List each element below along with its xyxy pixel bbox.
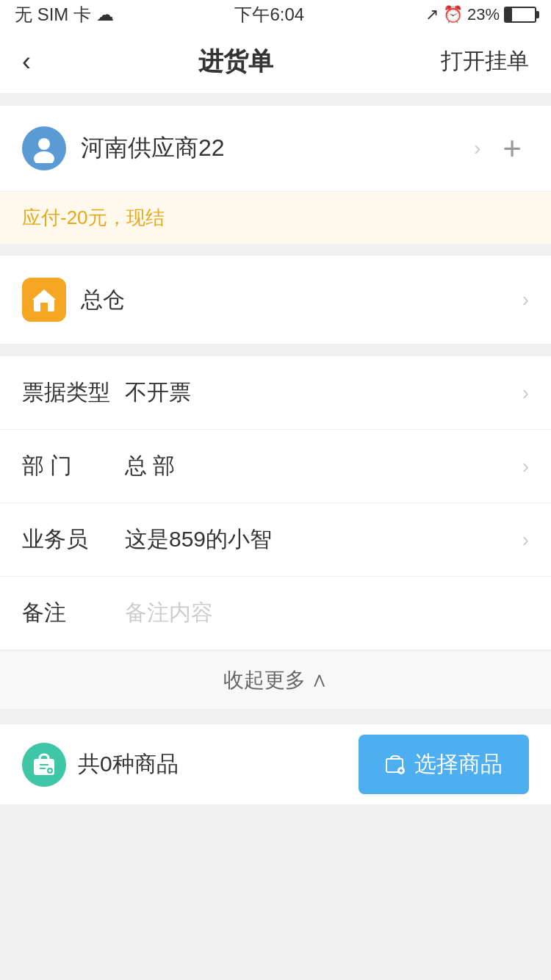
collapse-bar[interactable]: 收起更多 ∧ (0, 650, 551, 709)
supplier-avatar (22, 126, 66, 170)
department-label: 部 门 (22, 451, 125, 481)
user-icon (29, 134, 59, 163)
collapse-label: 收起更多 ∧ (223, 666, 328, 694)
select-product-button[interactable]: 选择商品 (359, 735, 529, 794)
status-bar: 无 SIM 卡 ☁ 下午6:04 ↗ ⏰ 23% (0, 0, 551, 29)
invoice-chevron-icon: › (522, 381, 529, 405)
battery-label: 23% (467, 5, 500, 24)
nav-bar: ‹ 进货单 打开挂单 (0, 29, 551, 94)
sim-label: 无 SIM 卡 ☁ (15, 3, 114, 26)
department-chevron-icon: › (522, 455, 529, 478)
alarm-icon: ⏰ (443, 5, 463, 24)
notice-bar: 应付-20元，现结 (0, 192, 551, 244)
form-row-department[interactable]: 部 门 总 部 › (0, 430, 551, 503)
remark-value: 备注内容 (125, 598, 529, 628)
form-row-invoice[interactable]: 票据类型 不开票 › (0, 356, 551, 430)
svg-rect-4 (40, 303, 48, 311)
product-count: 共0种商品 (78, 749, 179, 779)
open-pending-button[interactable]: 打开挂单 (441, 46, 529, 76)
invoice-type-label: 票据类型 (22, 378, 125, 408)
supplier-actions: › + (474, 130, 529, 167)
svg-point-1 (34, 151, 54, 163)
warehouse-icon (31, 287, 57, 313)
salesperson-chevron-icon: › (522, 528, 529, 552)
warehouse-label: 总仓 (81, 285, 522, 315)
supplier-name: 河南供应商22 (81, 132, 474, 165)
status-left: 无 SIM 卡 ☁ (15, 3, 114, 26)
form-row-remark[interactable]: 备注 备注内容 (0, 577, 551, 650)
warehouse-section: 总仓 › (0, 256, 551, 345)
product-icon (31, 752, 57, 778)
select-product-icon (385, 754, 406, 775)
supplier-chevron-icon: › (474, 137, 480, 160)
page-title: 进货单 (198, 45, 273, 79)
add-button[interactable]: + (495, 130, 529, 167)
product-icon-wrap (22, 743, 66, 787)
remark-label: 备注 (22, 598, 125, 628)
mid-divider2 (0, 345, 551, 356)
mid-divider3 (0, 709, 551, 724)
select-product-label: 选择商品 (414, 749, 503, 779)
supplier-row[interactable]: 河南供应商22 › + (0, 106, 551, 192)
salesperson-value: 这是859的小智 (125, 525, 522, 555)
bottom-space (0, 804, 551, 980)
svg-point-0 (38, 138, 50, 150)
warehouse-chevron-icon: › (522, 288, 529, 311)
form-row-salesperson[interactable]: 业务员 这是859的小智 › (0, 503, 551, 577)
svg-marker-3 (32, 289, 56, 300)
salesperson-label: 业务员 (22, 525, 125, 555)
product-count-wrap: 共0种商品 (22, 743, 179, 787)
invoice-type-value: 不开票 (125, 378, 522, 408)
warehouse-row[interactable]: 总仓 › (0, 256, 551, 345)
back-button[interactable]: ‹ (22, 46, 31, 77)
status-time: 下午6:04 (234, 3, 304, 26)
form-section: 票据类型 不开票 › 部 门 总 部 › 业务员 这是859的小智 › 备注 备… (0, 356, 551, 650)
mid-divider1 (0, 244, 551, 256)
supplier-section: 河南供应商22 › + 应付-20元，现结 (0, 106, 551, 244)
status-right: ↗ ⏰ 23% (425, 5, 536, 24)
product-footer: 共0种商品 选择商品 (0, 724, 551, 804)
warehouse-icon-wrap (22, 278, 66, 322)
location-icon: ↗ (425, 5, 439, 24)
battery-icon (504, 7, 536, 23)
department-value: 总 部 (125, 451, 522, 481)
top-divider (0, 94, 551, 106)
